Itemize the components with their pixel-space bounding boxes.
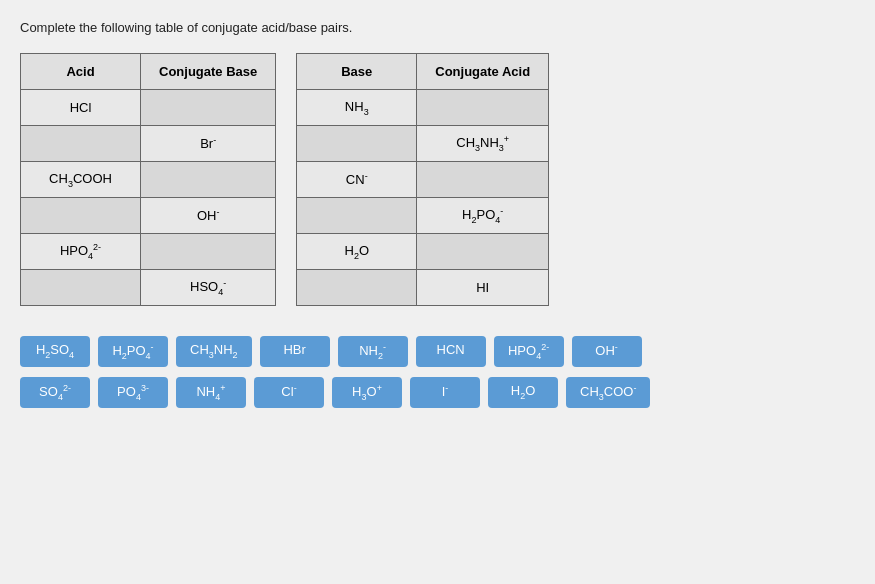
tile-nh2[interactable]: NH2- <box>338 336 408 367</box>
right-header-conjugate-acid: Conjugate Acid <box>417 54 549 90</box>
left-base-2: Br- <box>141 126 276 162</box>
left-base-input-5[interactable] <box>141 234 276 270</box>
tile-hpo4[interactable]: HPO42- <box>494 336 564 367</box>
tiles-row-1: H2SO4 H2PO4- CH3NH2 HBr NH2- HCN HPO42- … <box>20 336 855 367</box>
table-row: CH3NH3+ <box>297 126 549 162</box>
left-base-input-3[interactable] <box>141 162 276 198</box>
answer-tiles: H2SO4 H2PO4- CH3NH2 HBr NH2- HCN HPO42- … <box>20 336 855 408</box>
left-acid-3: CH3COOH <box>21 162 141 198</box>
left-acid-input-2[interactable] <box>21 126 141 162</box>
tile-so4[interactable]: SO42- <box>20 377 90 408</box>
left-header-conjugate-base: Conjugate Base <box>141 54 276 90</box>
right-base-input-2[interactable] <box>297 126 417 162</box>
table-row: H2PO4- <box>297 198 549 234</box>
left-acid-1: HCl <box>21 90 141 126</box>
tile-h2so4[interactable]: H2SO4 <box>20 336 90 367</box>
instruction-text: Complete the following table of conjugat… <box>20 20 855 35</box>
left-acid-input-4[interactable] <box>21 198 141 234</box>
right-acid-input-5[interactable] <box>417 234 549 270</box>
table-row: H2O <box>297 234 549 270</box>
right-acid-input-1[interactable] <box>417 90 549 126</box>
tile-h3o[interactable]: H3O+ <box>332 377 402 408</box>
right-table: Base Conjugate Acid NH3 CH3NH3+ CN- H2PO… <box>296 53 549 306</box>
right-acid-2: CH3NH3+ <box>417 126 549 162</box>
table-row: HI <box>297 270 549 306</box>
tile-nh4[interactable]: NH4+ <box>176 377 246 408</box>
left-acid-5: HPO42- <box>21 234 141 270</box>
left-header-acid: Acid <box>21 54 141 90</box>
right-header-base: Base <box>297 54 417 90</box>
table-row: HCl <box>21 90 276 126</box>
right-acid-6: HI <box>417 270 549 306</box>
tile-h2o[interactable]: H2O <box>488 377 558 408</box>
tile-i[interactable]: I- <box>410 377 480 408</box>
table-row: Br- <box>21 126 276 162</box>
right-acid-input-3[interactable] <box>417 162 549 198</box>
tables-container: Acid Conjugate Base HCl Br- CH3COOH OH- <box>20 53 855 306</box>
right-base-5: H2O <box>297 234 417 270</box>
tile-hcn[interactable]: HCN <box>416 336 486 367</box>
tile-h2po4[interactable]: H2PO4- <box>98 336 168 367</box>
table-row: CN- <box>297 162 549 198</box>
left-base-6: HSO4- <box>141 270 276 306</box>
table-row: NH3 <box>297 90 549 126</box>
left-base-4: OH- <box>141 198 276 234</box>
tile-po4[interactable]: PO43- <box>98 377 168 408</box>
left-table: Acid Conjugate Base HCl Br- CH3COOH OH- <box>20 53 276 306</box>
table-row: OH- <box>21 198 276 234</box>
tile-ch3coo[interactable]: CH3COO- <box>566 377 650 408</box>
left-base-input-1[interactable] <box>141 90 276 126</box>
tiles-row-2: SO42- PO43- NH4+ Cl- H3O+ I- H2O CH3COO- <box>20 377 855 408</box>
right-base-1: NH3 <box>297 90 417 126</box>
tile-oh[interactable]: OH- <box>572 336 642 367</box>
tile-hbr[interactable]: HBr <box>260 336 330 367</box>
right-base-input-6[interactable] <box>297 270 417 306</box>
table-row: HPO42- <box>21 234 276 270</box>
table-row: HSO4- <box>21 270 276 306</box>
right-base-input-4[interactable] <box>297 198 417 234</box>
table-row: CH3COOH <box>21 162 276 198</box>
left-acid-input-6[interactable] <box>21 270 141 306</box>
right-acid-4: H2PO4- <box>417 198 549 234</box>
right-base-3: CN- <box>297 162 417 198</box>
tile-cl[interactable]: Cl- <box>254 377 324 408</box>
tile-ch3nh2[interactable]: CH3NH2 <box>176 336 252 367</box>
